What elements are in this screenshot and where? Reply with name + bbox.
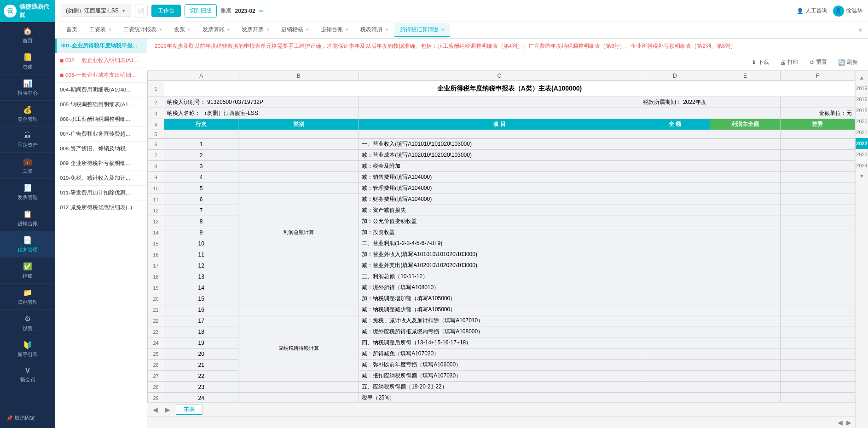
sidebar-item-ledger[interactable]: 📒 总账: [0, 48, 55, 74]
item-010-label: 010-免税、减计收入及加计...: [60, 175, 130, 182]
tab-invoice-calc-close[interactable]: ×: [227, 27, 230, 32]
left-panel-item-011[interactable]: 011-研发费用加计扣除优惠...: [55, 186, 147, 200]
tab-tax-clear-close[interactable]: ×: [385, 27, 388, 32]
company-selector[interactable]: (勿删）江西服宝-LSS ▼: [61, 5, 131, 17]
close-all-tabs-button[interactable]: ×: [858, 26, 862, 34]
refresh-icon: 🔄: [838, 59, 845, 66]
table-row-2: 2 纳税人识别号： 91320500703719732P 税款所属期间： 202…: [148, 97, 855, 108]
xiang-19: 减：境外所得（填写A108010）: [359, 282, 640, 293]
year-item-2016[interactable]: 2016: [856, 94, 868, 105]
rownum-9: 9: [148, 172, 164, 183]
tab-sales-ledger-close[interactable]: ×: [346, 27, 348, 32]
year-scroll-down[interactable]: ▼: [857, 171, 867, 181]
tab-purchase-check-close[interactable]: ×: [306, 27, 309, 32]
sidebar-item-salary[interactable]: 💼 工资: [0, 153, 55, 179]
left-panel-item-007[interactable]: 007-广告费和业务宣传费超...: [55, 127, 147, 142]
sidebar-item-capital[interactable]: 💰 资金管理: [0, 101, 55, 127]
tab-income-tax[interactable]: 所得税汇算清缴 ×: [394, 23, 450, 37]
chay-21: [780, 304, 855, 315]
reset-button[interactable]: ↺ 重置: [807, 57, 830, 68]
left-panel-item-003[interactable]: 003-一般企业成本支出明细...: [55, 68, 147, 83]
year-item-2021[interactable]: 2021: [856, 127, 868, 138]
left-panel-item-009[interactable]: 009-企业所得税补亏损明细...: [55, 156, 147, 171]
tab-invoice[interactable]: 发票 ×: [168, 23, 196, 37]
tab-sales-ledger[interactable]: 进销台账 ×: [315, 23, 354, 37]
hang-10: 5: [164, 183, 238, 194]
tab-tax-clear[interactable]: 税表清册 ×: [355, 23, 393, 37]
sidebar-item-home[interactable]: 🏠 首页: [0, 22, 55, 48]
spreadsheet-scroll[interactable]: A B C D E F: [147, 71, 855, 402]
sheet-nav-left[interactable]: ◀: [151, 405, 160, 414]
quane-22: [640, 315, 710, 326]
sidebar-item-guide[interactable]: 🔰 新手引导: [0, 336, 55, 362]
scroll-left-btn[interactable]: ◀: [838, 419, 843, 426]
left-panel-item-006[interactable]: 006-职工薪酬纳税调整明细...: [55, 112, 147, 127]
year-timeline: ▲ 2019 2016 2018 2020 2021 2022 2023 202…: [855, 71, 868, 428]
tab-income-tax-close[interactable]: ×: [441, 27, 444, 32]
left-panel-item-012[interactable]: 012-减免所得税优惠明细表(..): [55, 200, 147, 215]
tab-invoice-open-close[interactable]: ×: [266, 27, 269, 32]
year-item-2022[interactable]: 2022: [856, 138, 868, 149]
hang-26: 21: [164, 360, 238, 371]
sales-icon: 📋: [23, 210, 32, 218]
year-item-2018[interactable]: 2018: [856, 105, 868, 116]
tab-salary[interactable]: 工资表 ×: [84, 23, 117, 37]
sidebar-item-member[interactable]: V 畅会员: [0, 362, 55, 387]
sidebar-item-assets[interactable]: 🏛 固定资产: [0, 127, 55, 153]
sheet-nav-right[interactable]: ▶: [163, 405, 172, 414]
liru-29: [710, 393, 781, 402]
sidebar-item-reports[interactable]: 📊 报表中心: [0, 74, 55, 101]
liru-14: [710, 227, 781, 238]
print-button[interactable]: 🖨 打印: [777, 57, 801, 68]
tab-invoice-close[interactable]: ×: [188, 27, 191, 32]
rownum-18: 18: [148, 271, 164, 282]
year-item-2019[interactable]: 2019: [856, 83, 868, 94]
sidebar-item-invoice[interactable]: 🧾 发票管理: [0, 179, 55, 205]
workbench-button[interactable]: 工作台: [151, 5, 181, 17]
switch-version-button[interactable]: 切到旧版: [185, 4, 217, 17]
year-scroll-up[interactable]: ▲: [857, 73, 867, 83]
sheet-tab-main[interactable]: 主表: [176, 404, 203, 415]
pin-toggle[interactable]: 📌 取消固定: [5, 413, 51, 423]
left-panel-item-005[interactable]: 005-纳税调整项目明细表(A1...: [55, 97, 147, 112]
tab-invoice-calc[interactable]: 发票算账 ×: [197, 23, 236, 37]
tab-salary-stats[interactable]: 工资统计报表 ×: [118, 23, 168, 37]
logo-text: 畅捷通易代账: [19, 3, 52, 19]
sidebar-item-tax[interactable]: 📑 税务管理: [0, 231, 55, 257]
rownum-20: 20: [148, 293, 164, 304]
left-panel-item-010[interactable]: 010-免税、减计收入及加计...: [55, 171, 147, 186]
user-profile-btn[interactable]: 👤 徐温华: [833, 6, 862, 17]
hang-29: 24: [164, 393, 238, 402]
scroll-right-btn[interactable]: ▶: [846, 419, 851, 426]
period-edit-icon[interactable]: ✏: [259, 8, 264, 14]
sidebar-item-archive[interactable]: 📁 归档管理: [0, 284, 55, 310]
tab-home[interactable]: 首页: [61, 23, 83, 37]
download-button[interactable]: ⬇ 下载: [749, 57, 772, 68]
year-item-2024[interactable]: 2024: [856, 160, 868, 171]
document-icon-btn[interactable]: 📄: [135, 5, 148, 17]
left-panel-item-008[interactable]: 008-资产折旧、摊销及纳税...: [55, 142, 147, 156]
left-panel-item-001[interactable]: 001-企业所得税年度纳税申报...: [55, 39, 147, 53]
tab-invoice-open[interactable]: 发票开票 ×: [236, 23, 275, 37]
left-panel-item-002[interactable]: 002-一般企业收入明细表(A1...: [55, 53, 147, 68]
hang-12: 7: [164, 205, 238, 216]
tab-salary-close[interactable]: ×: [109, 27, 111, 32]
left-panel-item-004[interactable]: 004-期间费用明细表(A1040...: [55, 83, 147, 97]
refresh-button[interactable]: 🔄 刷新: [835, 57, 861, 68]
tab-purchase-check[interactable]: 进销稽核 ×: [276, 23, 314, 37]
rownum-24: 24: [148, 337, 164, 348]
table-row-18: 18 13 三、利润总额（10-11-12）: [148, 271, 855, 282]
year-item-2020[interactable]: 2020: [856, 116, 868, 127]
quane-28: [640, 382, 710, 393]
col-lei-header: 类别: [238, 119, 359, 130]
tab-salary-stats-close[interactable]: ×: [159, 27, 162, 32]
sidebar-item-settle[interactable]: ✅ 结账: [0, 257, 55, 284]
empty-cell-2c: [359, 97, 640, 108]
lei-10: [238, 183, 359, 194]
sidebar-item-settings[interactable]: ⚙ 设置: [0, 310, 55, 336]
home-icon: 🏠: [23, 27, 32, 35]
year-item-2023[interactable]: 2023: [856, 149, 868, 160]
user-service-btn[interactable]: 👤 人工咨询: [797, 7, 827, 15]
sidebar-item-sales[interactable]: 📋 进销台账: [0, 205, 55, 231]
sidebar-label-archive: 归档管理: [17, 299, 38, 306]
